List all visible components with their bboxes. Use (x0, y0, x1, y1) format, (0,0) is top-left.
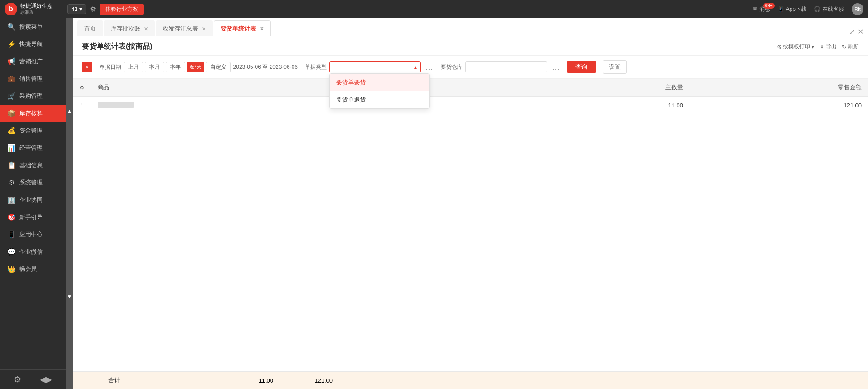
sidebar-item-wechat[interactable]: 💬 企业微信 (0, 243, 66, 261)
header-center: 41 ▾ ⚙ 体验行业方案 (67, 4, 749, 15)
date-btn-1[interactable]: 本月 (145, 62, 164, 72)
warehouse-filter-group: 要货仓库 … (441, 61, 560, 72)
sidebar-settings-btn[interactable]: ⚙ (14, 374, 21, 384)
query-button[interactable]: 查询 (567, 61, 596, 73)
sidebar-label-member: 畅会员 (19, 265, 37, 273)
type-dropdown-menu: 要货单要货 要货单退货 (329, 73, 430, 109)
type-input-wrap: ▲ (329, 61, 421, 72)
sidebar-icon-search: 🔍 (7, 23, 15, 31)
main-layout: 🔍 搜索菜单⚡ 快捷导航📢 营销推广💼 销售管理🛒 采购管理📦 库存核算💰 资金… (0, 18, 868, 389)
close-all-btn[interactable]: ✕ (858, 27, 863, 36)
sidebar-collapse-btn[interactable]: ◀▶ (40, 374, 52, 384)
trial-button[interactable]: 体验行业方案 (100, 4, 144, 15)
message-icon: ✉ (753, 6, 757, 12)
settings-button[interactable]: 设置 (603, 60, 627, 74)
sidebar-item-system[interactable]: ⚙ 系统管理 (0, 174, 66, 191)
tab-label-home: 首页 (84, 25, 96, 33)
cell-num: 1 (73, 97, 91, 114)
table-footer: 合计 11.00 121.00 (73, 371, 868, 389)
tab-expand: ⤢ ✕ (849, 27, 863, 36)
tab-close-order-stats[interactable]: ✕ (260, 26, 264, 32)
sidebar-label-sales: 销售管理 (19, 75, 43, 83)
avatar[interactable]: Rit (852, 3, 863, 15)
sidebar-scroll-down[interactable]: ▼ (66, 204, 73, 389)
app-download-btn[interactable]: 📱 App下载 (777, 5, 806, 13)
date-btn-2[interactable]: 本年 (166, 62, 185, 72)
dropdown-option-1[interactable]: 要货单退货 (330, 91, 429, 108)
warehouse-filter-more[interactable]: … (552, 62, 560, 72)
online-service-btn[interactable]: 🎧 在线客服 (814, 5, 844, 13)
type-input[interactable] (329, 61, 421, 72)
tab-close-receive-summary[interactable]: ✕ (202, 26, 206, 32)
type-dropdown-container: ▲ 要货单要货 要货单退货 (329, 61, 421, 72)
refresh-icon: ↻ (842, 44, 847, 50)
type-filter-group: 单据类型 ▲ 要货单要货 要货单退货 … (305, 61, 433, 72)
sidebar-item-search[interactable]: 🔍 搜索菜单 (0, 18, 66, 36)
print-icon: 🖨 (776, 44, 781, 50)
warehouse-input[interactable] (465, 61, 547, 72)
sidebar-label-quicknav: 快捷导航 (19, 40, 43, 48)
sidebar-item-basic[interactable]: 📋 基础信息 (0, 157, 66, 174)
page-content: 要货单统计表(按商品) 🖨 按模板打印 ▾ ⬇ 导出 ↻ 刷新 (73, 36, 868, 389)
tab-receive-summary[interactable]: 收发存汇总表✕ (156, 20, 213, 36)
sidebar-icon-sales: 💼 (7, 75, 15, 83)
type-filter-more[interactable]: … (425, 62, 433, 72)
date-filter-group: 单据日期 上月本月本年近7天自定义 2023-05-06 至 2023-06-0… (99, 62, 298, 72)
sidebar-icon-enterprise: 🏢 (7, 196, 15, 204)
data-table: ⚙ 商品 主计量单位 主数量 零售金额 1 块 11.00 121.00 (73, 79, 868, 114)
tab-close-inventory-batch[interactable]: ✕ (144, 26, 148, 32)
tab-order-stats[interactable]: 要货单统计表✕ (214, 20, 271, 36)
filter-expand-btn[interactable]: » (82, 62, 92, 72)
sidebar-item-appstore[interactable]: 📱 应用中心 (0, 226, 66, 243)
tab-inventory-batch[interactable]: 库存批次账✕ (104, 20, 155, 36)
sidebar-item-inventory[interactable]: 📦 库存核算 (0, 105, 66, 122)
page-actions: 🖨 按模板打印 ▾ ⬇ 导出 ↻ 刷新 (776, 43, 859, 51)
sidebar-scroll-up[interactable]: ▲ (66, 18, 73, 204)
sidebar-item-sales[interactable]: 💼 销售管理 (0, 70, 66, 87)
table-header-row: ⚙ 商品 主计量单位 主数量 零售金额 (73, 79, 868, 97)
online-service-icon: 🎧 (814, 6, 821, 12)
export-btn[interactable]: ⬇ 导出 (820, 43, 837, 51)
sidebar-item-operations[interactable]: 📊 经营管理 (0, 139, 66, 157)
gear-button[interactable]: ⚙ (90, 5, 96, 14)
sidebar-icon-inventory: 📦 (7, 109, 15, 118)
sidebar-item-newbie[interactable]: 🎯 新手引导 (0, 209, 66, 226)
app-subtitle: 标准版 (20, 9, 53, 15)
maximize-btn[interactable]: ⤢ (849, 27, 855, 36)
page-title: 要货单统计表(按商品) (82, 42, 153, 51)
sidebar-item-purchase[interactable]: 🛒 采购管理 (0, 87, 66, 105)
th-amount: 零售金额 (689, 79, 868, 97)
sidebar: 🔍 搜索菜单⚡ 快捷导航📢 营销推广💼 销售管理🛒 采购管理📦 库存核算💰 资金… (0, 18, 66, 389)
sidebar-icon-member: 👑 (7, 265, 15, 273)
footer-label: 合计 (102, 376, 148, 384)
sidebar-item-enterprise[interactable]: 🏢 企业协同 (0, 191, 66, 209)
logo-icon: b (5, 3, 17, 15)
table-row: 1 块 11.00 121.00 (73, 97, 868, 114)
sidebar-item-quicknav[interactable]: ⚡ 快捷导航 (0, 36, 66, 53)
tab-home[interactable]: 首页 (77, 20, 103, 36)
sidebar-icon-marketing: 📢 (7, 57, 15, 66)
refresh-btn[interactable]: ↻ 刷新 (842, 43, 859, 51)
dropdown-option-0[interactable]: 要货单要货 (330, 74, 429, 91)
date-btn-3[interactable]: 近7天 (187, 62, 204, 72)
sidebar-item-finance[interactable]: 💰 资金管理 (0, 122, 66, 139)
store-selector[interactable]: 41 ▾ (67, 4, 86, 14)
sidebar-label-finance: 资金管理 (19, 127, 43, 135)
th-settings[interactable]: ⚙ (73, 79, 91, 97)
date-btn-4[interactable]: 自定义 (206, 62, 231, 72)
tab-label-inventory-batch: 库存批次账 (111, 25, 140, 33)
date-btn-0[interactable]: 上月 (124, 62, 143, 72)
app-download-label: App下载 (786, 5, 806, 13)
sidebar-item-marketing[interactable]: 📢 营销推广 (0, 53, 66, 70)
sidebar-icon-purchase: 🛒 (7, 92, 15, 100)
export-icon: ⬇ (820, 44, 824, 50)
sidebar-label-purchase: 采购管理 (19, 92, 43, 100)
sidebar-icon-newbie: 🎯 (7, 213, 15, 221)
sidebar-label-newbie: 新手引导 (19, 213, 43, 221)
sidebar-icon-quicknav: ⚡ (7, 40, 15, 48)
sidebar-label-appstore: 应用中心 (19, 230, 43, 239)
sidebar-label-basic: 基础信息 (19, 161, 43, 169)
sidebar-item-member[interactable]: 👑 畅会员 (0, 261, 66, 278)
message-btn[interactable]: ✉ 消息 99+ (753, 5, 770, 13)
print-btn[interactable]: 🖨 按模板打印 ▾ (776, 43, 814, 51)
